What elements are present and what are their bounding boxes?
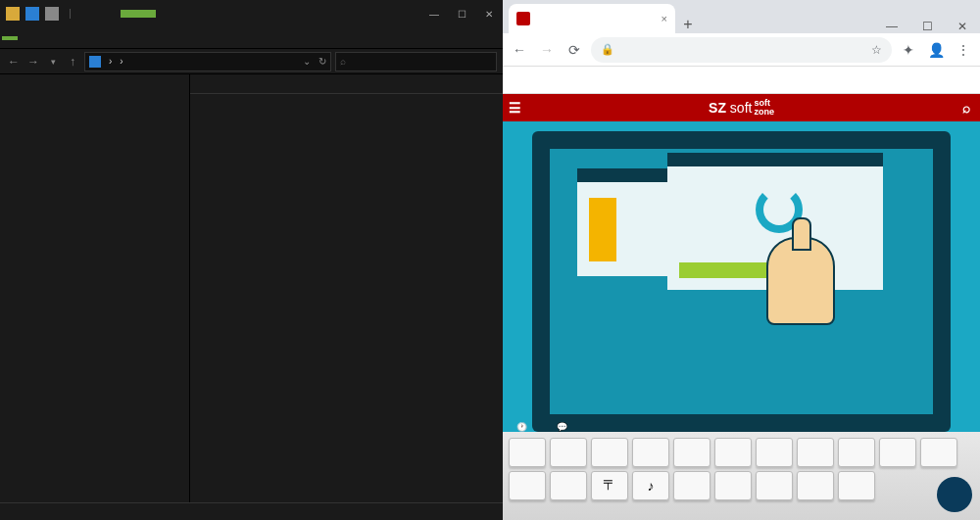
site-header: ☰ SZ soft softzone ⌕ [503,94,980,121]
address-bar: ← → ▾ ↑ › › ⌄ ↻ ⌕ [0,49,503,74]
menu-inicio[interactable] [20,36,35,40]
maximize-button[interactable]: ☐ [909,20,945,33]
file-list-pane [190,74,503,502]
hero-illustration [532,131,951,432]
menu-vista[interactable] [55,36,71,40]
breadcrumb-sep: › [120,56,122,67]
nav-up-icon[interactable]: ↑ [65,55,80,69]
nav-forward-icon: → [536,42,558,58]
search-input[interactable]: ⌕ [335,52,497,71]
explorer-titlebar: | — ☐ ✕ [0,0,503,27]
window-title [160,10,187,18]
refresh-icon[interactable]: ↻ [318,56,326,67]
nav-back-icon[interactable]: ← [509,42,530,58]
toolbar-icon[interactable] [45,7,59,21]
file-list[interactable] [190,94,503,502]
adsl-badge[interactable] [937,477,972,512]
chrome-window: × + — ☐ ✕ ← → ⟳ 🔒 ☆ ✦ 👤 ⋮ ☰ SZ soft soft… [503,0,980,520]
minimize-button[interactable]: — [874,20,909,33]
keyboard-illustration: 〒♪ [503,432,980,520]
page-content[interactable]: ☰ SZ soft softzone ⌕ 🕐 💬 [503,94,980,520]
comment-icon[interactable]: 💬 [557,422,567,432]
column-headers[interactable] [190,74,503,94]
close-button[interactable]: ✕ [475,9,503,20]
reload-icon[interactable]: ⟳ [564,42,585,58]
search-icon: ⌕ [340,56,346,67]
maximize-button[interactable]: ☐ [448,9,475,20]
nav-forward-icon[interactable]: → [25,55,41,69]
status-bar [0,502,503,520]
dropdown-icon[interactable]: ⌄ [303,56,311,67]
explorer-menubar [0,27,503,49]
separator: | [69,7,72,21]
breadcrumb-sep: › [109,56,112,67]
chrome-tabstrip: × + — ☐ ✕ [503,0,980,33]
new-tab-button[interactable]: + [675,16,701,33]
hero-article[interactable]: 🕐 💬 〒♪ [503,121,980,520]
close-button[interactable]: ✕ [945,20,980,33]
nav-back-icon[interactable]: ← [6,55,22,69]
site-logo[interactable]: SZ soft [709,100,752,116]
clock-icon: 🕐 [516,422,527,432]
address-input[interactable]: › › ⌄ ↻ [84,52,331,71]
site-logo-text: softzone [754,99,774,117]
hamburger-icon[interactable]: ☰ [509,100,521,116]
menu-compartir[interactable] [37,36,53,40]
extension-icon[interactable]: ✦ [898,42,919,58]
url-input[interactable]: 🔒 ☆ [591,37,892,63]
tab-close-icon[interactable]: × [662,13,667,24]
browser-tab[interactable]: × [509,4,675,33]
favicon-icon [516,12,530,25]
nav-recent-icon[interactable]: ▾ [45,57,61,67]
menu-icon[interactable]: ⋮ [953,42,974,58]
menu-herramientas[interactable] [73,36,88,40]
search-icon[interactable]: ⌕ [962,100,970,116]
navigation-pane[interactable] [0,74,190,502]
menu-archivo[interactable] [2,36,18,40]
profile-icon[interactable]: 👤 [925,42,947,58]
lock-icon[interactable]: 🔒 [601,43,614,56]
drive-icon [89,56,101,68]
folder-icon[interactable] [6,7,20,21]
file-explorer-window: | — ☐ ✕ ← → ▾ ↑ › › ⌄ ↻ ⌕ [0,0,503,520]
bookmarks-bar [503,67,980,94]
quick-access-icon[interactable] [25,7,39,21]
minimize-button[interactable]: — [420,9,448,20]
bookmark-star-icon[interactable]: ☆ [871,43,882,57]
chrome-toolbar: ← → ⟳ 🔒 ☆ ✦ 👤 ⋮ [503,33,980,67]
ribbon-tab-admin[interactable] [121,10,156,18]
